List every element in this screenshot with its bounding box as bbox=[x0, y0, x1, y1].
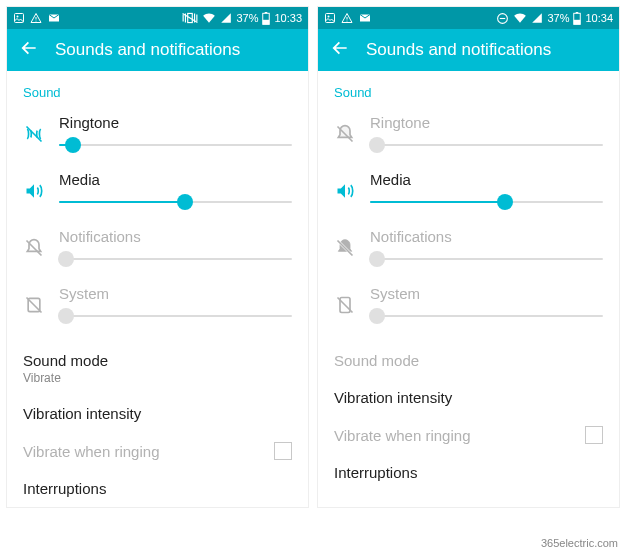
vibrate-when-ringing-label: Vibrate when ringing bbox=[23, 443, 159, 460]
status-signal-icon bbox=[531, 12, 543, 24]
sound-mode-label: Sound mode bbox=[23, 352, 292, 369]
sound-mode-item[interactable]: Sound mode Vibrate bbox=[23, 342, 292, 395]
status-signal-icon bbox=[220, 12, 232, 24]
interruptions-item[interactable]: Interruptions bbox=[334, 454, 603, 491]
svg-rect-9 bbox=[263, 19, 270, 24]
svg-point-17 bbox=[347, 21, 348, 22]
vibrate-when-ringing-label: Vibrate when ringing bbox=[334, 427, 470, 444]
svg-point-15 bbox=[328, 16, 330, 18]
slider-label: System bbox=[59, 285, 292, 302]
slider-row-notifications: Notifications bbox=[23, 228, 292, 267]
slider-ringtone[interactable] bbox=[59, 137, 292, 153]
watermark: 365electric.com bbox=[541, 537, 618, 549]
slider-label: Media bbox=[59, 171, 292, 188]
svg-rect-23 bbox=[574, 19, 581, 24]
notifMute-icon bbox=[23, 238, 45, 258]
status-wifi-icon bbox=[513, 12, 527, 24]
status-time: 10:34 bbox=[585, 12, 613, 24]
status-battery-icon bbox=[573, 12, 581, 25]
status-bar: 37% 10:33 bbox=[7, 7, 308, 29]
slider-media[interactable] bbox=[59, 194, 292, 210]
back-icon[interactable] bbox=[330, 38, 350, 62]
sound-mode-item: Sound mode bbox=[334, 342, 603, 379]
status-wifi-icon bbox=[202, 12, 216, 24]
vibrate-when-ringing-item: Vibrate when ringing bbox=[334, 416, 603, 454]
svg-point-1 bbox=[17, 16, 19, 18]
app-bar: Sounds and notifications bbox=[7, 29, 308, 71]
vibration-intensity-item[interactable]: Vibration intensity bbox=[23, 395, 292, 432]
interruptions-label: Interruptions bbox=[23, 480, 292, 497]
sound-mode-sub: Vibrate bbox=[23, 371, 292, 385]
status-dnd-icon bbox=[496, 12, 509, 25]
vibrate-when-ringing-checkbox bbox=[585, 426, 603, 444]
vibration-intensity-label: Vibration intensity bbox=[23, 405, 292, 422]
slider-label: Ringtone bbox=[59, 114, 292, 131]
status-image-icon bbox=[324, 12, 336, 24]
vibration-intensity-item[interactable]: Vibration intensity bbox=[334, 379, 603, 416]
systemMute-icon bbox=[23, 295, 45, 315]
phoneOff-icon bbox=[334, 295, 356, 315]
status-image-icon bbox=[13, 12, 25, 24]
svg-line-6 bbox=[183, 13, 198, 22]
slider-label: System bbox=[370, 285, 603, 302]
slider-system bbox=[59, 308, 292, 324]
slider-row-ringtone: Ringtone bbox=[23, 114, 292, 153]
status-vibrate-icon bbox=[182, 12, 198, 24]
slider-system bbox=[370, 308, 603, 324]
interruptions-item[interactable]: Interruptions bbox=[23, 470, 292, 507]
slider-row-ringtone: Ringtone bbox=[334, 114, 603, 153]
slider-ringtone bbox=[370, 137, 603, 153]
status-battery-text: 37% bbox=[236, 12, 258, 24]
status-mail-icon bbox=[47, 12, 61, 24]
speakerOn-icon bbox=[23, 181, 45, 201]
speakerOn-icon bbox=[334, 181, 356, 201]
screen-0: 37% 10:33 Sounds and notifications Sound… bbox=[6, 6, 309, 508]
slider-label: Notifications bbox=[59, 228, 292, 245]
slider-notifications bbox=[370, 251, 603, 267]
ringtoneMute-icon bbox=[23, 124, 45, 144]
bellOff-icon bbox=[334, 124, 356, 144]
vibration-intensity-label: Vibration intensity bbox=[334, 389, 603, 406]
section-label-sound: Sound bbox=[23, 85, 292, 100]
bellOff2-icon bbox=[334, 238, 356, 258]
status-warning-icon bbox=[341, 12, 353, 24]
page-title: Sounds and notifications bbox=[55, 40, 240, 60]
back-icon[interactable] bbox=[19, 38, 39, 62]
svg-rect-22 bbox=[576, 12, 579, 13]
vibrate-when-ringing-item: Vibrate when ringing bbox=[23, 432, 292, 470]
slider-media[interactable] bbox=[370, 194, 603, 210]
status-bar: 37% 10:34 bbox=[318, 7, 619, 29]
vibrate-when-ringing-checkbox bbox=[274, 442, 292, 460]
slider-label: Notifications bbox=[370, 228, 603, 245]
status-battery-text: 37% bbox=[547, 12, 569, 24]
status-battery-icon bbox=[262, 12, 270, 25]
status-time: 10:33 bbox=[274, 12, 302, 24]
sound-mode-label: Sound mode bbox=[334, 352, 603, 369]
slider-label: Ringtone bbox=[370, 114, 603, 131]
slider-notifications bbox=[59, 251, 292, 267]
slider-label: Media bbox=[370, 171, 603, 188]
svg-point-3 bbox=[36, 21, 37, 22]
slider-row-notifications: Notifications bbox=[334, 228, 603, 267]
app-bar: Sounds and notifications bbox=[318, 29, 619, 71]
slider-row-media: Media bbox=[334, 171, 603, 210]
svg-rect-8 bbox=[265, 12, 268, 13]
section-label-sound: Sound bbox=[334, 85, 603, 100]
slider-row-system: System bbox=[23, 285, 292, 324]
interruptions-label: Interruptions bbox=[334, 464, 603, 481]
slider-row-media: Media bbox=[23, 171, 292, 210]
page-title: Sounds and notifications bbox=[366, 40, 551, 60]
screen-1: 37% 10:34 Sounds and notifications Sound… bbox=[317, 6, 620, 508]
status-mail-icon bbox=[358, 12, 372, 24]
status-warning-icon bbox=[30, 12, 42, 24]
slider-row-system: System bbox=[334, 285, 603, 324]
